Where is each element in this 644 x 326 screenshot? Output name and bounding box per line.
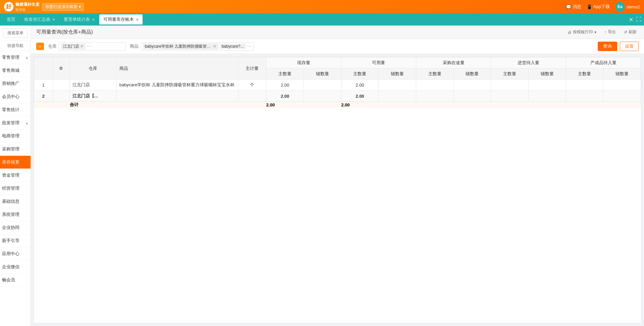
sidebar-item-operation[interactable]: 经营管理 [0, 182, 31, 195]
product-tag-1[interactable]: babycare学饮杯 儿童防摔防撞吸管杯重力球吸嘴杯宝宝水杯 ✕ [143, 43, 218, 50]
page-header: 可用量查询(按仓库+商品) 🖨 按模板打印 ▾ ↑ 导出 ↺ 刷新 [31, 26, 644, 39]
row-current-main-1: 2.00 [266, 80, 304, 91]
export-btn[interactable]: ↑ 导出 [602, 28, 618, 36]
sidebar-item-enterprise-wechat[interactable]: 企业微信 [0, 261, 31, 274]
footer-available-main: 2.00 [341, 102, 379, 108]
warehouse-header: 仓库 [70, 57, 117, 80]
app-subtitle: 标准版 [15, 7, 40, 12]
tab-order-stats[interactable]: 要货单统计表 ✕ [60, 14, 99, 25]
available-aux-qty-header: 辅数量 [379, 68, 416, 80]
sidebar-item-purchase[interactable]: 采购管理 [0, 143, 31, 156]
message-btn[interactable]: 💬 消息 [566, 4, 581, 10]
row-settings-1[interactable] [53, 80, 69, 91]
filter-actions: 查询 设置 [598, 42, 639, 51]
row-current-main-2: 2.00 [266, 91, 304, 102]
settings-col-header[interactable]: ⚙ [53, 57, 69, 80]
sidebar-item-enterprise-collab[interactable]: 企业协同 [0, 221, 31, 234]
quick-nav-btn[interactable]: 快捷导航 [0, 41, 31, 51]
export-icon: ↑ [604, 30, 606, 35]
sidebar-item-member[interactable]: 会员中心 [0, 90, 31, 103]
row-goods-2 [116, 91, 238, 102]
maximize-btn[interactable]: ⛶ [636, 16, 641, 22]
row-product-aux-2 [603, 91, 641, 102]
row-unit-2 [238, 91, 266, 102]
app-name: 畅捷通好生意 [15, 2, 40, 7]
goods-header: 商品 [116, 57, 238, 80]
product-filter-input[interactable]: babycare学饮杯 儿童防摔防撞吸管杯重力球吸嘴杯宝宝水杯 ✕ babyca… [141, 42, 254, 51]
warehouse-filter-input[interactable]: 江北门店 ✕ ··· [59, 42, 126, 51]
product-main-qty-header: 主数量 [566, 68, 603, 80]
user-profile-btn[interactable]: Ea demo2 [615, 2, 640, 11]
chevron-icon-2: ▲ [25, 121, 29, 125]
sidebar-item-retail-stats[interactable]: 零售统计 [0, 103, 31, 117]
sidebar-item-system[interactable]: 系统管理 [0, 208, 31, 221]
unit-header: 主计量 [238, 57, 266, 80]
tab-close-order-stats[interactable]: ✕ [92, 18, 95, 21]
template-selector[interactable]: 母婴行业演示账套 ▾ [42, 3, 84, 11]
remove-warehouse-tag-btn[interactable]: ✕ [80, 44, 84, 49]
row-current-aux-2 [304, 91, 341, 102]
warehouse-more-options[interactable]: ··· [87, 43, 91, 49]
row-seq-2: 2 [34, 91, 53, 102]
sidebar-item-guide[interactable]: 新手引导 [0, 234, 31, 247]
row-purchase-main-1 [416, 80, 453, 91]
row-seq-1: 1 [34, 80, 53, 91]
footer-available-aux [379, 102, 416, 108]
seq-header [34, 57, 53, 80]
query-button[interactable]: 查询 [598, 42, 617, 51]
tab-close-receive-send[interactable]: ✕ [52, 18, 55, 21]
current-stock-header: 现存量 [266, 57, 341, 68]
row-product-aux-1 [603, 80, 641, 91]
footer-incoming-main [491, 102, 529, 108]
row-incoming-main-2 [491, 91, 529, 102]
sidebar-item-member2[interactable]: 畅会员 [0, 274, 31, 287]
chevron-icon: ▲ [25, 56, 29, 59]
tab-available-stock[interactable]: 可用量库存账本 ✕ [99, 14, 143, 25]
tab-close-available-stock[interactable]: ✕ [136, 18, 139, 21]
sidebar-item-marketing[interactable]: 营销推广 [0, 77, 31, 90]
print-icon: 🖨 [568, 30, 572, 35]
refresh-btn[interactable]: ↺ 刷新 [622, 28, 639, 36]
sidebar-item-stock[interactable]: 库存核算 [0, 156, 31, 169]
sidebar-search-area: 搜索菜单 [0, 26, 31, 41]
chevron-down-icon: ▾ [79, 4, 81, 9]
purchase-aux-qty-header: 辅数量 [453, 68, 491, 80]
row-settings-2[interactable] [53, 91, 69, 102]
sidebar-item-ecommerce[interactable]: 电商管理 [0, 130, 31, 143]
data-table: ⚙ 仓库 商品 主计量 现存量 可用量 采购在途量 进货待入量 产成品待入量 主… [34, 57, 641, 108]
sidebar-item-basic-info[interactable]: 基础信息 [0, 195, 31, 208]
tab-home[interactable]: 首页 [3, 14, 19, 25]
warehouse-filter-group: 仓库 江北门店 ✕ ··· [48, 42, 126, 51]
sidebar-item-wholesale-mgmt[interactable]: 批发管理 ▲ [0, 117, 31, 130]
product-label: 商品 [130, 43, 139, 49]
product-aux-qty-header: 辅数量 [603, 68, 641, 80]
row-incoming-aux-1 [528, 80, 566, 91]
table-row: 2 江北门店【... 2.00 2.00 [34, 91, 641, 102]
sidebar-item-retail-mgmt[interactable]: 零售管理 ▲ [0, 51, 31, 64]
product-more-options[interactable]: ··· [247, 43, 252, 49]
print-btn[interactable]: 🖨 按模板打印 ▾ [566, 28, 598, 36]
filter-expand-btn[interactable]: » [36, 43, 44, 50]
row-available-aux-1 [379, 80, 416, 91]
remove-product-tag-btn[interactable]: ✕ [213, 44, 216, 49]
sidebar-item-finance[interactable]: 资金管理 [0, 169, 31, 182]
sidebar-item-retail-shop[interactable]: 零售商城 [0, 64, 31, 77]
current-aux-qty-header: 辅数量 [304, 68, 341, 80]
footer-incoming-aux [528, 102, 566, 108]
row-product-main-2 [566, 91, 603, 102]
warehouse-tag-1[interactable]: 江北门店 ✕ [61, 43, 86, 50]
search-menu-btn[interactable]: 搜索菜单 [3, 28, 28, 38]
table-container: ⚙ 仓库 商品 主计量 现存量 可用量 采购在途量 进货待入量 产成品待入量 主… [34, 57, 641, 323]
tab-bar: 首页 收发存汇总表 ✕ 要货单统计表 ✕ 可用量库存账本 ✕ ✕ ⛶ [0, 13, 644, 26]
sidebar-item-app-center[interactable]: 应用中心 [0, 247, 31, 261]
product-tag-2[interactable]: babycare?... [220, 44, 246, 49]
purchase-main-qty-header: 主数量 [416, 68, 453, 80]
settings-button[interactable]: 设置 [620, 42, 639, 51]
app-download-btn[interactable]: 📱 App下载 [587, 4, 610, 10]
row-purchase-main-2 [416, 91, 453, 102]
top-bar-left: 好 畅捷通好生意 标准版 母婴行业演示账套 ▾ [4, 2, 84, 12]
tab-receive-send[interactable]: 收发存汇总表 ✕ [20, 14, 59, 25]
footer-empty-2 [53, 102, 69, 108]
close-all-tabs-btn[interactable]: ✕ [629, 16, 633, 23]
table-row: 1 江北门店 babycare学饮杯 儿童防摔防撞吸管杯重力球吸嘴杯宝宝水杯 个… [34, 80, 641, 91]
